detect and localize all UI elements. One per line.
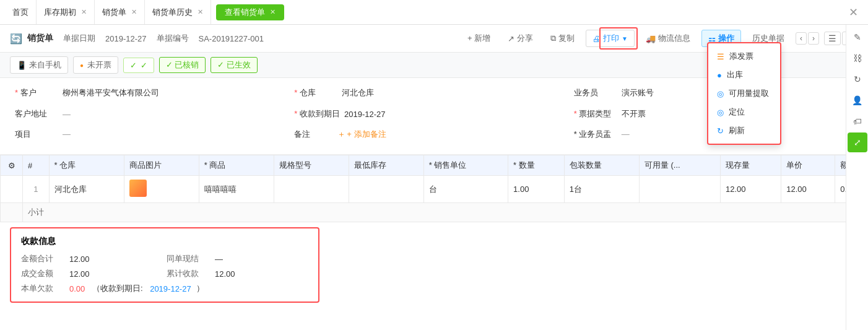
dropdown-refresh[interactable]: ↻ 刷新 — [708, 121, 780, 140]
sidebar-expand-button[interactable]: ⤢ — [848, 132, 867, 152]
col-product: * 商品 — [199, 155, 274, 176]
address-field: 客户地址 — — [15, 108, 294, 121]
note-label: 备注 — [294, 129, 337, 140]
due-date-note: （收款到期日: — [90, 283, 145, 294]
logistics-button[interactable]: 🚚 物流信息 — [640, 30, 697, 46]
nav-arrows: ‹ › — [796, 32, 819, 45]
doc-type-label: 销货单 — [27, 33, 53, 44]
payment-title: 收款信息 — [21, 236, 308, 247]
tab-view-sales[interactable]: 查看销货单 ✕ — [216, 4, 284, 20]
sidebar-edit-button[interactable]: ✎ — [848, 27, 867, 47]
print-button[interactable]: 🖨 打印 ▼ — [586, 30, 635, 47]
print-icon: 🖨 — [592, 34, 601, 43]
mobile-icon: 📱 — [17, 61, 27, 70]
row-num: 1 — [23, 176, 50, 203]
current-due-row: 本单欠款 0.00 （收款到期日: 2019-12-27 ） — [21, 283, 308, 294]
prev-button[interactable]: ‹ — [796, 32, 807, 45]
effective-button[interactable]: ✓ 已生效 — [210, 57, 257, 73]
project-value: — — [58, 128, 75, 141]
tab-close-inventory[interactable]: ✕ — [81, 8, 87, 16]
employee-label: 业务员 — [574, 87, 617, 98]
row-gear — [1, 176, 23, 203]
ticket-type-value: 不开票 — [617, 106, 650, 121]
note-field: 备注 ＋ + 添加备注 — [294, 129, 573, 140]
dropdown-add-invoice[interactable]: ☰ 添发票 — [708, 47, 780, 66]
share-icon: ↗ — [508, 34, 514, 43]
due-date-value: 2019-12-27 — [150, 284, 191, 293]
table-header-row: ⚙ # * 仓库 商品图片 * 商品 规格型号 最低库存 * 销售单位 * 数量… — [1, 155, 868, 176]
transaction-amount-row: 成交金额 12.00 — [21, 268, 163, 279]
customer-label: 客户 — [15, 87, 58, 98]
row-quantity: 1.00 — [508, 176, 565, 203]
refresh-icon: ↻ — [717, 126, 724, 136]
new-button[interactable]: + 新增 — [461, 30, 497, 46]
row-warehouse: 河北仓库 — [49, 176, 124, 203]
window-close-button[interactable]: ✕ — [844, 6, 863, 19]
next-button[interactable]: › — [808, 32, 819, 45]
share-button[interactable]: ↗ 分享 — [501, 30, 539, 46]
doc-actions: + 新增 ↗ 分享 ⧉ 复制 🖨 打印 ▼ 🚚 物流信息 ⚏ 操作 — [461, 30, 858, 47]
address-label: 客户地址 — [15, 108, 58, 119]
checked-button[interactable]: ✓ 已核销 — [159, 57, 206, 73]
transaction-amount-label: 成交金额 — [21, 268, 64, 279]
tab-bar: 首页 库存期初 ✕ 销货单 ✕ 销货单历史 ✕ 查看销货单 ✕ ✕ — [0, 0, 868, 25]
add-invoice-icon: ☰ — [717, 52, 724, 61]
from-mobile-button[interactable]: 📱 来自手机 — [10, 56, 68, 74]
plus-icon: ＋ — [337, 129, 345, 140]
product-image — [129, 180, 147, 197]
check-icon: ✓ — [141, 61, 147, 70]
tab-close-sales-history[interactable]: ✕ — [197, 8, 203, 16]
sidebar-refresh-button[interactable]: ↻ — [848, 69, 867, 89]
tab-close-sales[interactable]: ✕ — [131, 8, 137, 16]
col-spec: 规格型号 — [274, 155, 349, 176]
project-label: 项目 — [15, 129, 58, 140]
list-view-button[interactable]: ☰ — [824, 32, 841, 45]
transaction-amount-value: 12.00 — [69, 269, 90, 279]
col-unit-price: 单价 — [781, 155, 835, 176]
dropdown-outbound[interactable]: ● 出库 — [708, 66, 780, 84]
tab-close-view-sales[interactable]: ✕ — [270, 8, 276, 16]
sidebar-person-button[interactable]: 👤 — [848, 90, 867, 110]
ticket-type-label: 票据类型 — [574, 108, 617, 119]
dropdown-available-pick[interactable]: ◎ 可用量提取 — [708, 84, 780, 103]
row-min-stock — [349, 176, 423, 203]
sidebar-link-button[interactable]: ⛓ — [848, 48, 867, 68]
copy-button[interactable]: ⧉ 复制 — [544, 30, 581, 46]
verified-button[interactable]: ✓ — [123, 58, 154, 73]
not-open-ticket-button[interactable]: 未开票 — [73, 56, 118, 74]
row-current-stock: 12.00 — [721, 176, 781, 203]
same-order-label: 同单现结 — [167, 253, 210, 264]
col-num: # — [23, 155, 50, 176]
table-row: 1 河北仓库 嘻嘻嘻嘻 台 1.00 1台 12.00 12.00 0. — [1, 176, 868, 203]
payment-due-label: 收款到期日 — [294, 108, 340, 119]
row-product-img — [124, 176, 199, 203]
row-spec — [274, 176, 349, 203]
dropdown-locate[interactable]: ◎ 定位 — [708, 103, 780, 121]
date-label: 单据日期 — [63, 33, 95, 44]
col-available: 可用量 (... — [639, 155, 720, 176]
current-due-label: 本单欠款 — [21, 283, 64, 294]
doc-meta: 单据日期 2019-12-27 单据编号 SA-20191227-001 — [63, 33, 264, 44]
subtotal-row: 小计 — [1, 203, 868, 222]
right-sidebar: ✎ ⛓ ↻ 👤 🏷 ⤢ — [846, 25, 868, 330]
address-value: — — [58, 108, 75, 121]
customer-value: 柳州粤港平安气体有限公司 — [58, 85, 163, 100]
order-table: ⚙ # * 仓库 商品图片 * 商品 规格型号 最低库存 * 销售单位 * 数量… — [0, 155, 868, 222]
row-sales-unit: 台 — [423, 176, 508, 203]
tab-sales[interactable]: 销货单 ✕ — [95, 0, 145, 24]
tab-home[interactable]: 首页 — [5, 0, 37, 24]
tab-sales-history[interactable]: 销货单历史 ✕ — [145, 0, 211, 24]
tab-inventory[interactable]: 库存期初 ✕ — [37, 0, 95, 24]
sidebar-tag-button[interactable]: 🏷 — [848, 111, 867, 131]
payment-due-field: 收款到期日 2019-12-27 — [294, 108, 573, 121]
row-product: 嘻嘻嘻嘻 — [199, 176, 274, 203]
number-value: SA-20191227-001 — [199, 34, 264, 43]
warehouse-label: 仓库 — [294, 87, 337, 98]
col-quantity: * 数量 — [508, 155, 565, 176]
effective-icon: ✓ — [217, 60, 224, 69]
cumulative-receipt-label: 累计收款 — [167, 268, 210, 279]
add-note-button[interactable]: ＋ + 添加备注 — [337, 129, 386, 140]
logistics-icon: 🚚 — [646, 34, 656, 43]
customer-field: 客户 柳州粤港平安气体有限公司 — [15, 85, 294, 100]
same-order-value: — — [215, 254, 223, 264]
